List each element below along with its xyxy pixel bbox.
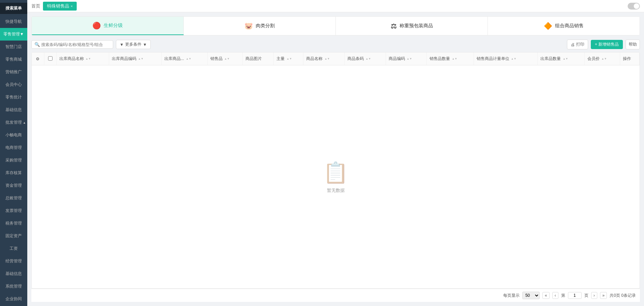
sidebar-item-basic-info2[interactable]: 基础信息 [0,267,27,280]
sort-icon: ▲▼ [563,58,568,60]
sidebar-item-smart-store[interactable]: 智慧门店 [0,41,27,53]
help-button[interactable]: 帮助 [626,40,640,49]
sidebar-item-purchase-mgmt[interactable]: 采购管理 [0,154,27,167]
sort-icon: ▲▼ [138,58,144,60]
last-page-button[interactable]: » [600,292,607,299]
combo-sale-icon: 🔶 [544,22,552,30]
col-out-qty[interactable]: 出库品数量 ▲▼ [538,52,584,65]
sidebar-item-tax-mgmt[interactable]: 税务管理 [0,217,27,230]
help-label: 帮助 [629,42,637,47]
sidebar-item-invoice-mgmt[interactable]: 发票管理 [0,204,27,217]
sidebar-item-salary[interactable]: 工资 [0,242,27,255]
sidebar-item-fixed-assets[interactable]: 固定资产 [0,230,27,242]
sidebar-item-ecom-mgmt[interactable]: 电商管理 [0,141,27,154]
sort-icon: ▲▼ [86,58,91,60]
page-content: 🔴 生鲜分级 🐷 肉类分割 ⚖ 称重预包装商品 🔶 组合商品销售 🔍 [27,12,644,306]
sort-icon: ▲▼ [365,58,371,60]
sort-icon: ▲▼ [287,58,292,60]
sort-icon: ▲▼ [407,58,412,60]
sidebar-item-general-ledger[interactable]: 总账管理 [0,192,27,204]
sidebar-item-enterprise[interactable]: 企业协同 [0,293,27,305]
col-out-goods-abbr[interactable]: 出库商品... ▲▼ [161,52,207,65]
cat-tab-meat-cut[interactable]: 🐷 肉类分割 [184,17,336,35]
active-tab-label: 特殊销售品 [47,3,69,9]
home-tab[interactable]: 首页 [31,3,40,9]
sort-icon: ▲▼ [186,58,191,60]
col-sale-unit[interactable]: 销售商品计量单位 ▲▼ [474,52,538,65]
category-tabs: 🔴 生鲜分级 🐷 肉类分割 ⚖ 称重预包装商品 🔶 组合商品销售 [31,16,640,35]
sidebar-item-capital-mgmt[interactable]: 资金管理 [0,179,27,192]
sidebar-item-sys-mgmt[interactable]: 系统管理 [0,280,27,293]
col-out-goods-code[interactable]: 出库商品编码 ▲▼ [109,52,161,65]
sidebar-item-retail-stats[interactable]: 零售统计 [0,91,27,104]
sidebar-logo[interactable]: 搜索菜单 [0,3,27,14]
active-tab[interactable]: 特殊销售品 × [43,2,77,11]
page-unit-label: 页 [584,293,588,299]
col-weight[interactable]: 主量 ▲▼ [274,52,303,65]
combo-sale-label: 组合商品销售 [555,23,584,29]
sidebar-item-biz-mgmt[interactable]: 经营管理 [0,255,27,267]
col-settings[interactable]: ⚙ [32,52,44,65]
prev-page-button[interactable]: ‹ [552,292,558,299]
meat-cut-icon: 🐷 [244,22,253,30]
toggle-switch[interactable] [628,3,640,10]
toolbar: 🔍 ▼ 更多条件 ▼ 🖨 打印 + 新增销售品 帮助 [31,40,640,49]
add-button[interactable]: + 新增销售品 [591,40,623,49]
meat-cut-label: 肉类分割 [256,23,275,29]
per-page-select[interactable]: 102050100 [522,292,540,299]
sidebar-item-retail-mgmt[interactable]: 零售管理 [0,28,27,41]
col-goods-image: 商品图片 [243,52,274,65]
sort-icon: ▲▼ [325,58,330,60]
page-input[interactable] [568,292,582,299]
weight-pack-label: 称重预包装商品 [400,23,433,29]
search-input[interactable] [41,42,109,47]
add-label: + 新增销售品 [595,42,619,47]
total-count-text: 共0页 0条记录 [610,293,636,299]
print-button[interactable]: 🖨 打印 [567,40,588,49]
per-page-label: 每页显示 [503,293,520,299]
select-all-checkbox[interactable] [48,56,53,61]
close-tab-icon[interactable]: × [71,4,73,8]
search-box[interactable]: 🔍 [31,40,113,49]
page-label: 第 [561,293,565,299]
col-goods-code[interactable]: 商品编码 ▲▼ [386,52,427,65]
col-member-price[interactable]: 会员价 ▲▼ [584,52,620,65]
sidebar-item-quick-nav[interactable]: 快捷导航 [0,15,27,28]
sidebar: 搜索菜单 快捷导航 零售管理 智慧门店 零售商城 营销推广 会员中心 零售统计 … [0,0,27,306]
cat-tab-fresh-grade[interactable]: 🔴 生鲜分级 [32,17,184,35]
empty-text: 暂无数据 [327,187,345,194]
fresh-grade-label: 生鲜分级 [104,22,123,29]
filter-button[interactable]: ▼ 更多条件 ▼ [116,40,151,49]
data-table: ⚙ 出库商品名称 ▲▼ 出库商品编码 ▲▼ 出库商品... ▲▼ [31,52,640,289]
col-sale-goods[interactable]: 销售品 ▲▼ [207,52,243,65]
sidebar-item-sales-promo[interactable]: 营销推广 [0,66,27,78]
sort-icon: ▲▼ [452,58,457,60]
col-out-goods-name[interactable]: 出库商品名称 ▲▼ [56,52,109,65]
sidebar-item-wholesale-mgmt[interactable]: 批发管理 [0,116,27,129]
sidebar-item-member-center[interactable]: 会员中心 [0,78,27,91]
col-goods-name[interactable]: 商品名称 ▲▼ [303,52,345,65]
empty-icon: 📋 [323,160,348,185]
col-sale-qty[interactable]: 销售品数量 ▲▼ [427,52,474,65]
empty-state: 📋 暂无数据 [32,65,640,288]
main-area: 首页 特殊销售品 × 🔴 生鲜分级 🐷 肉类分割 ⚖ 称重预包装商品 [27,0,644,306]
next-page-button[interactable]: › [591,292,597,299]
cat-tab-weight-pack[interactable]: ⚖ 称重预包装商品 [336,17,488,35]
sidebar-item-inventory[interactable]: 库存核算 [0,167,27,179]
col-actions: 操作 [620,52,639,65]
sidebar-item-mini-ecom[interactable]: 小畅电商 [0,129,27,141]
sidebar-item-basic-info[interactable]: 基础信息 [0,104,27,116]
print-label: 打印 [576,42,584,47]
pagination: 每页显示 102050100 « ‹ 第 页 › » 共0页 0条记录 [31,289,640,302]
weight-pack-icon: ⚖ [391,22,397,30]
first-page-button[interactable]: « [542,292,550,299]
sidebar-item-retail-mall[interactable]: 零售商城 [0,53,27,66]
col-goods-barcode[interactable]: 商品条码 ▲▼ [344,52,386,65]
col-checkbox[interactable] [44,52,56,65]
topbar: 首页 特殊销售品 × [27,0,644,12]
cat-tab-combo-sale[interactable]: 🔶 组合商品销售 [488,17,640,35]
fresh-grade-icon: 🔴 [92,21,101,30]
print-icon: 🖨 [571,42,575,47]
table-header-row: ⚙ 出库商品名称 ▲▼ 出库商品编码 ▲▼ 出库商品... ▲▼ [32,52,640,65]
filter-icon: ▼ [120,42,124,47]
